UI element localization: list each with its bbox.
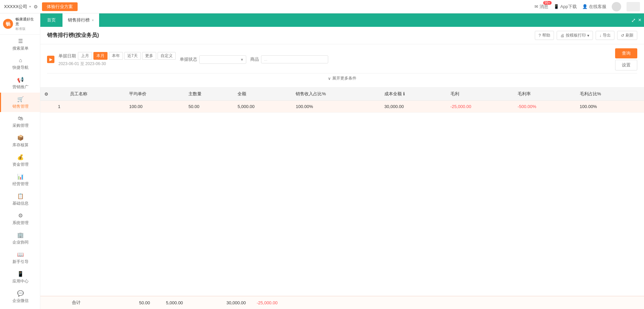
footer-label: 合计 bbox=[68, 300, 108, 306]
sidebar-item-app-center[interactable]: 📱 应用中心 bbox=[0, 267, 40, 287]
cell-employee bbox=[66, 101, 125, 113]
goods-input[interactable]: ... bbox=[261, 55, 328, 63]
export-button[interactable]: ↓ 导出 bbox=[596, 31, 614, 40]
guide-icon: 📖 bbox=[17, 251, 24, 258]
system-icon: ⚙ bbox=[18, 212, 23, 219]
column-settings-icon: ⚙ bbox=[44, 92, 48, 97]
filter-row: ▶ 单据日期 上月 本月 本年 近7天 更多 自定义 bbox=[47, 48, 637, 70]
app-center-icon: 📱 bbox=[17, 271, 24, 277]
sidebar-item-search-order[interactable]: ☰ 搜索菜单 bbox=[0, 35, 40, 54]
sidebar-item-guide[interactable]: 📖 新手引导 bbox=[0, 248, 40, 267]
print-icon: 🖨 bbox=[560, 33, 564, 38]
inventory-icon: 📦 bbox=[17, 135, 24, 141]
sidebar-item-member[interactable]: V 畅会员 bbox=[0, 306, 40, 309]
col-quantity: 主数量 bbox=[184, 88, 233, 101]
sidebar-item-operation[interactable]: 📊 经营管理 bbox=[0, 170, 40, 190]
cell-cost: 30,000.00 bbox=[380, 101, 446, 113]
tab-home[interactable]: 首页 bbox=[40, 13, 62, 27]
trial-button[interactable]: 体验行业方案 bbox=[42, 2, 78, 11]
table-row: 1 100.00 50.00 5,000.00 100.00% 30,000.0… bbox=[40, 101, 644, 113]
sidebar: 畅 畅康通好生意 标准版 ☰ 搜索菜单 ⌂ 快捷导航 📢 营销推广 🛒 销售管理… bbox=[0, 13, 40, 309]
status-select[interactable]: ▾ bbox=[199, 55, 246, 64]
cell-sales-pct: 100.00% bbox=[292, 101, 380, 113]
table-footer: 合计 50.00 5,000.00 30,000.00 -25,000.00 bbox=[40, 296, 644, 309]
export-icon: ↓ bbox=[599, 33, 601, 38]
col-amount: 全额 bbox=[233, 88, 292, 101]
search-icon: ☰ bbox=[18, 38, 23, 44]
settings-button[interactable]: 设置 bbox=[615, 60, 637, 70]
status-filter: 单据状态 ▾ bbox=[180, 55, 246, 64]
page-title: 销售排行榜(按业务员) bbox=[47, 32, 99, 39]
col-employee: 员工名称 bbox=[66, 88, 125, 101]
cell-avg-price: 100.00 bbox=[125, 101, 184, 113]
svg-text:畅: 畅 bbox=[6, 21, 10, 27]
date-btn-custom[interactable]: 自定义 bbox=[158, 52, 176, 60]
finance-icon: 💰 bbox=[17, 154, 24, 160]
sidebar-item-system[interactable]: ⚙ 系统管理 bbox=[0, 209, 40, 228]
refresh-button[interactable]: ↺ 刷新 bbox=[617, 31, 637, 40]
settings-icon[interactable]: ⚙ bbox=[34, 4, 38, 9]
service-icon: 👤 bbox=[582, 4, 588, 9]
tab-maximize-button[interactable]: ⤢ bbox=[631, 17, 636, 23]
sidebar-item-enterprise[interactable]: 🏢 企业协同 bbox=[0, 228, 40, 248]
date-btn-more[interactable]: 更多 bbox=[142, 52, 156, 60]
filter-area: ▶ 单据日期 上月 本月 本年 近7天 更多 自定义 bbox=[40, 44, 644, 88]
sidebar-item-finance[interactable]: 💰 资金管理 bbox=[0, 151, 40, 170]
query-button[interactable]: 查询 bbox=[615, 48, 637, 58]
app-download-button[interactable]: 📱 App下载 bbox=[554, 4, 577, 10]
col-gross: 毛利 bbox=[446, 88, 514, 101]
tab-sales-ranking[interactable]: 销售排行榜 × bbox=[62, 13, 99, 27]
tab-bar-right: ⤢ × bbox=[631, 17, 644, 23]
expand-more-bar[interactable]: ∨ 展开更多条件 bbox=[47, 73, 637, 83]
sidebar-item-base-info[interactable]: 📋 基础信息 bbox=[0, 190, 40, 209]
enterprise-icon: 🏢 bbox=[17, 232, 24, 238]
cell-settings bbox=[40, 101, 52, 113]
sidebar-item-sales[interactable]: 🛒 销售管理 bbox=[0, 93, 40, 112]
filter-toggle-button[interactable]: ▶ bbox=[47, 56, 54, 63]
help-icon: ? bbox=[539, 33, 541, 38]
date-range-display: 2023-06-01 至 2023-06-30 bbox=[58, 61, 176, 67]
date-btn-this-month[interactable]: 本月 bbox=[93, 52, 108, 60]
app-icon: 📱 bbox=[554, 4, 559, 9]
date-label: 单据日期 bbox=[58, 53, 76, 59]
date-btn-last-month[interactable]: 上月 bbox=[78, 52, 92, 60]
avatar[interactable] bbox=[612, 2, 621, 11]
message-button[interactable]: ✉ 消息 99+ bbox=[534, 4, 548, 10]
cell-gross: -25,000.00 bbox=[446, 101, 514, 113]
sidebar-item-quick-nav[interactable]: ⌂ 快捷导航 bbox=[0, 54, 40, 73]
logo-icon: 畅 bbox=[3, 18, 13, 29]
cell-rank: 1 bbox=[52, 101, 66, 113]
sidebar-logo: 畅 畅康通好生意 标准版 bbox=[0, 13, 40, 35]
tab-close-icon[interactable]: × bbox=[92, 18, 94, 22]
col-gross-pct: 毛利占比% bbox=[576, 88, 644, 101]
sidebar-item-purchase[interactable]: 🛍 采购管理 bbox=[0, 112, 40, 131]
message-icon: ✉ bbox=[534, 4, 538, 9]
home-icon: ⌂ bbox=[19, 57, 22, 63]
date-btn-this-year[interactable]: 本年 bbox=[109, 52, 123, 60]
sidebar-item-marketing[interactable]: 📢 营销推广 bbox=[0, 73, 40, 93]
status-select-arrow: ▾ bbox=[241, 57, 243, 62]
base-info-icon: 📋 bbox=[17, 193, 24, 199]
date-filter: 单据日期 上月 本月 本年 近7天 更多 自定义 2023-06-01 至 20… bbox=[58, 52, 176, 67]
footer-amount: 5,000.00 bbox=[162, 300, 192, 305]
tab-close-window-button[interactable]: × bbox=[638, 17, 641, 23]
company-selector[interactable]: XXXXX公司 ▾ bbox=[4, 4, 31, 10]
wechat-icon: 💬 bbox=[17, 290, 24, 297]
purchase-icon: 🛍 bbox=[18, 115, 23, 121]
content-area: 首页 销售排行榜 × ⤢ × 销售排行榜(按业务员) ? 帮助 bbox=[40, 13, 644, 309]
sidebar-item-wechat[interactable]: 💬 企业微信 bbox=[0, 287, 40, 306]
online-service-button[interactable]: 👤 在线客服 bbox=[582, 4, 606, 10]
sidebar-item-inventory[interactable]: 📦 库存核算 bbox=[0, 131, 40, 151]
footer-quantity: 50.00 bbox=[135, 300, 162, 305]
footer-cost: 30,000.00 bbox=[222, 300, 253, 305]
help-button[interactable]: ? 帮助 bbox=[535, 31, 554, 40]
col-settings[interactable]: ⚙ bbox=[40, 88, 52, 101]
goods-placeholder: ... bbox=[264, 57, 267, 62]
cell-gross-pct: 100.00% bbox=[576, 101, 644, 113]
logo-text: 畅康通好生意 标准版 bbox=[15, 17, 37, 31]
col-rank bbox=[52, 88, 66, 101]
date-btn-7days[interactable]: 近7天 bbox=[124, 52, 141, 60]
col-cost: 成本全额 ℹ bbox=[380, 88, 446, 101]
template-print-button[interactable]: 🖨 按模板打印 ▾ bbox=[557, 31, 593, 40]
cell-quantity: 50.00 bbox=[184, 101, 233, 113]
